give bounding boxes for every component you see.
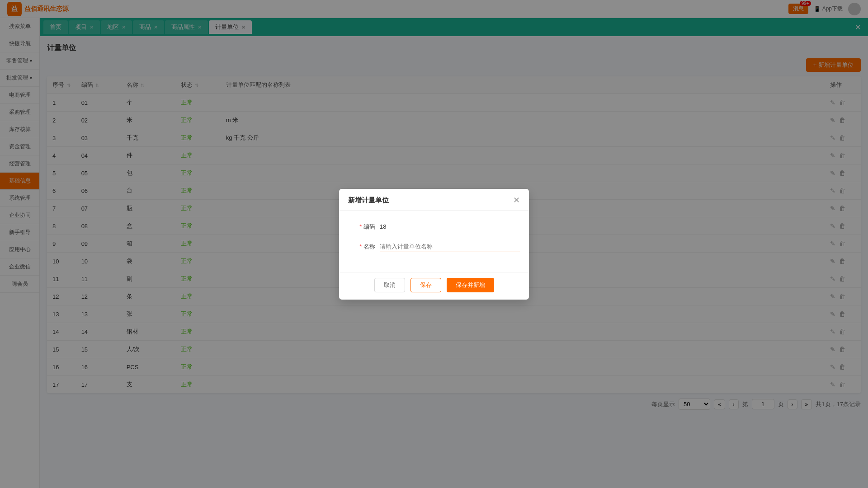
name-input[interactable]	[380, 241, 520, 252]
modal-close-button[interactable]: ✕	[513, 196, 520, 204]
cancel-button[interactable]: 取消	[374, 278, 405, 292]
required-star-name: *	[359, 243, 362, 250]
modal: 新增计量单位 ✕ * 编码 * 名称 取消 保存 保存并新增	[339, 189, 529, 300]
save-new-button[interactable]: 保存并新增	[447, 278, 494, 292]
modal-header: 新增计量单位 ✕	[339, 189, 529, 211]
code-label: * 编码	[348, 223, 375, 231]
modal-footer: 取消 保存 保存并新增	[339, 272, 529, 300]
save-button[interactable]: 保存	[410, 278, 441, 292]
required-star: *	[359, 223, 362, 230]
modal-body: * 编码 * 名称	[339, 211, 529, 272]
modal-overlay[interactable]: 新增计量单位 ✕ * 编码 * 名称 取消 保存 保存并新增	[0, 0, 868, 488]
modal-title: 新增计量单位	[348, 196, 389, 205]
form-row-code: * 编码	[348, 221, 520, 232]
form-row-name: * 名称	[348, 241, 520, 252]
name-label: * 名称	[348, 243, 375, 251]
code-input[interactable]	[380, 221, 520, 232]
